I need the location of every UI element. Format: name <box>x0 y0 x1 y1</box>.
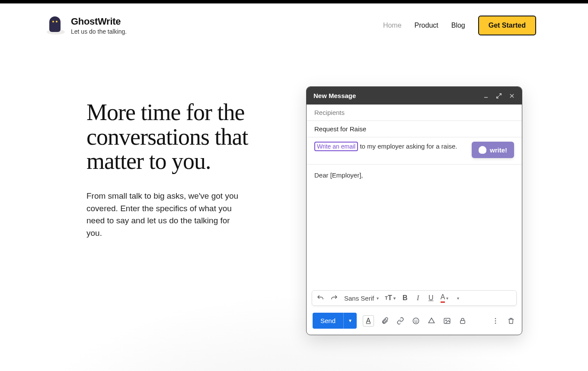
svg-point-4 <box>415 320 415 320</box>
redo-icon[interactable] <box>330 294 338 302</box>
svg-rect-8 <box>460 320 465 323</box>
get-started-button[interactable]: Get Started <box>478 16 536 35</box>
italic-icon[interactable]: I <box>415 294 422 302</box>
top-black-bar <box>0 0 588 3</box>
emoji-icon[interactable] <box>411 316 421 326</box>
svg-point-10 <box>495 320 496 321</box>
nav-home[interactable]: Home <box>383 22 402 29</box>
write-button-label: write! <box>490 146 507 154</box>
prompt-row: Write an email to my employer asking for… <box>307 137 522 165</box>
svg-point-11 <box>495 322 496 323</box>
trash-icon[interactable] <box>506 316 516 326</box>
text-color-icon[interactable]: A▾ <box>441 293 449 303</box>
send-dropdown-icon[interactable]: ▼ <box>343 313 357 329</box>
more-format-icon[interactable]: ▾ <box>454 296 461 301</box>
svg-point-5 <box>417 320 417 320</box>
nav-product[interactable]: Product <box>415 22 438 29</box>
nav-blog[interactable]: Blog <box>451 22 465 29</box>
undo-icon[interactable] <box>316 294 324 302</box>
more-icon[interactable] <box>491 316 500 326</box>
send-button[interactable]: Send ▼ <box>313 313 357 329</box>
font-family-select[interactable]: Sans Serif ▾ <box>344 295 379 302</box>
link-icon[interactable] <box>396 316 405 326</box>
site-header: GhostWrite Let us do the talking. Home P… <box>0 3 588 35</box>
svg-point-3 <box>413 318 419 324</box>
image-icon[interactable] <box>442 316 452 326</box>
underline-icon[interactable]: U <box>428 294 435 302</box>
text-size-icon[interactable]: TT▾ <box>385 294 396 302</box>
minimize-icon[interactable] <box>483 93 489 99</box>
font-family-label: Sans Serif <box>344 295 374 302</box>
body-text: Dear [Employer], <box>314 171 363 179</box>
compose-title: New Message <box>313 92 356 99</box>
ghost-logo-icon <box>47 16 65 35</box>
hero-subtitle: From small talk to big asks, we've got y… <box>86 190 246 239</box>
brand-tagline: Let us do the talking. <box>71 28 127 35</box>
chevron-down-icon: ▾ <box>377 296 379 301</box>
compose-titlebar: New Message <box>307 87 522 105</box>
main-nav: Home Product Blog Get Started <box>383 16 536 35</box>
prompt-chip: Write an email <box>314 142 358 151</box>
compose-window: New Message Recipients Request for Raise… <box>306 86 522 335</box>
recipients-label: Recipients <box>314 109 345 116</box>
brand[interactable]: GhostWrite Let us do the talking. <box>47 16 127 35</box>
prompt-rest: to my employer asking for a raise. <box>358 143 457 150</box>
confidential-icon[interactable] <box>458 316 467 326</box>
ghost-mini-icon <box>479 146 486 154</box>
send-button-label: Send <box>313 313 343 329</box>
bold-icon[interactable]: B <box>402 294 409 302</box>
prompt-text[interactable]: Write an email to my employer asking for… <box>314 142 467 152</box>
subject-field[interactable]: Request for Raise <box>307 121 522 137</box>
write-button[interactable]: write! <box>472 142 514 158</box>
hero-title: More time for the conversations that mat… <box>86 100 290 174</box>
send-toolbar: Send ▼ A <box>307 309 522 335</box>
close-icon[interactable] <box>509 93 515 99</box>
recipients-field[interactable]: Recipients <box>307 105 522 121</box>
svg-point-7 <box>446 320 447 320</box>
drive-icon[interactable] <box>427 316 436 326</box>
formatting-toolbar: Sans Serif ▾ TT▾ B I U A▾ ▾ <box>312 290 517 306</box>
compose-body[interactable]: Dear [Employer], <box>307 165 522 290</box>
format-a-icon[interactable]: A <box>363 315 374 327</box>
svg-point-9 <box>495 318 496 319</box>
attachment-icon[interactable] <box>380 316 390 326</box>
subject-value: Request for Raise <box>314 125 366 133</box>
brand-name: GhostWrite <box>71 16 127 27</box>
expand-icon[interactable] <box>496 93 502 99</box>
